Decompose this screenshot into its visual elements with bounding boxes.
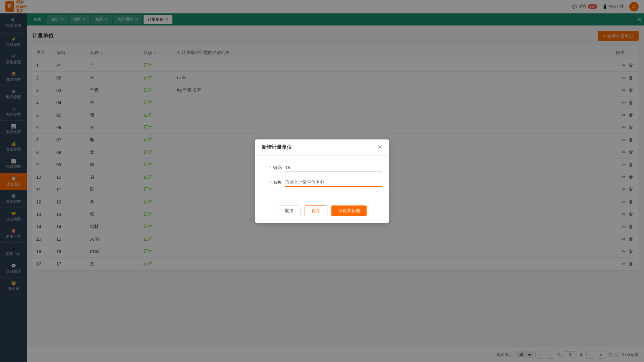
- modal-overlay: 新增计量单位 ✕ * 编码 * 名称: [0, 0, 644, 362]
- modal-body: * 编码 * 名称: [255, 156, 389, 201]
- code-label: * 编码: [262, 165, 282, 171]
- add-unit-modal: 新增计量单位 ✕ * 编码 * 名称: [255, 139, 389, 223]
- name-input[interactable]: [285, 178, 382, 187]
- save-and-new-button[interactable]: 保存并新增: [331, 205, 367, 216]
- modal-title: 新增计量单位: [262, 144, 292, 150]
- cancel-button[interactable]: 取消: [278, 205, 301, 216]
- name-field-row: * 名称: [262, 178, 382, 187]
- code-field-row: * 编码: [262, 164, 382, 172]
- app-container: 橙 橙林 进销存生意版 💬 消息 99+ 📱 App下载 Ai: [0, 0, 644, 362]
- save-button[interactable]: 保存: [305, 205, 327, 216]
- modal-close-button[interactable]: ✕: [377, 144, 382, 150]
- modal-footer: 取消 保存 保存并新增: [255, 201, 389, 223]
- modal-header: 新增计量单位 ✕: [255, 139, 389, 156]
- code-input[interactable]: [285, 164, 382, 172]
- name-label: * 名称: [262, 179, 282, 185]
